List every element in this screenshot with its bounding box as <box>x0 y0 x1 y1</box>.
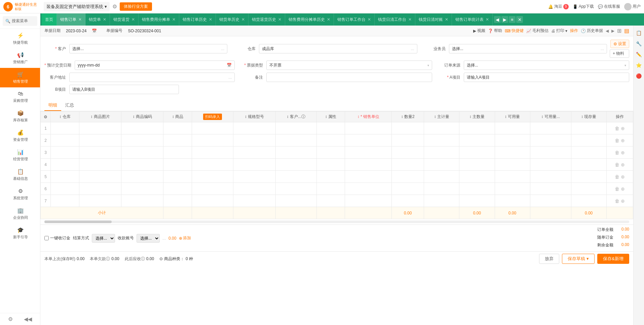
tab-close-icon[interactable]: ✕ <box>103 17 106 22</box>
tab-sales-goods[interactable]: 销货单 ✕ <box>85 13 110 26</box>
list-icon[interactable]: ▤ <box>624 28 629 34</box>
row-main-unit-1[interactable] <box>424 122 459 134</box>
right-panel-icon-1[interactable]: 📋 <box>634 28 644 38</box>
th-attribute[interactable]: ↕ 属性 <box>316 112 345 122</box>
warehouse-input[interactable]: 成品库 ... <box>259 44 417 53</box>
grid-icon[interactable]: ⊞ <box>617 28 621 34</box>
app-download-item[interactable]: 📱 App下载 <box>573 4 594 9</box>
sidebar-item-finance[interactable]: 💰 资金管理 <box>0 126 40 146</box>
collapse-icon[interactable]: ◀◀ <box>24 316 32 322</box>
industry-button[interactable]: 体验行业方案 <box>120 2 152 11</box>
right-panel-icon-5[interactable]: 🔴 <box>634 71 644 81</box>
tab-sales-return[interactable]: 销货退货 ✕ <box>110 13 139 26</box>
nav-next-icon[interactable]: ▶ <box>611 29 614 33</box>
tab-sales-order-history[interactable]: 销售订单历史 ✕ <box>179 13 216 26</box>
delete-icon[interactable]: 🗑 <box>615 198 619 204</box>
right-panel-icon-2[interactable]: 🔧 <box>634 39 644 48</box>
notes-input[interactable] <box>266 73 432 82</box>
tab-close-icon[interactable]: ✕ <box>278 17 281 22</box>
tab-close-icon[interactable]: ✕ <box>241 17 245 22</box>
th-unit[interactable]: ↕ * 销售单位 <box>345 112 392 122</box>
row-spec-1[interactable] <box>233 122 275 134</box>
delivery-date-input[interactable]: yyyy-mm-dd 📅 <box>75 60 235 70</box>
copy-icon[interactable]: ⊕ <box>621 162 625 167</box>
tab-close-icon[interactable]: ✕ <box>209 17 212 22</box>
tab-prev-button[interactable]: ◀ <box>494 16 501 23</box>
tab-daily-workbench[interactable]: 钱货日清工作台 ✕ <box>375 13 415 26</box>
row-available2-1[interactable] <box>530 122 571 134</box>
delete-icon[interactable]: 🗑 <box>615 150 619 155</box>
save-new-button[interactable]: 保存&新增 <box>597 254 629 264</box>
operations-action[interactable]: 操作 <box>570 28 578 34</box>
copy-icon[interactable]: ⊕ <box>621 138 625 143</box>
sidebar-item-enterprise[interactable]: 🏢 企业协同 <box>0 204 40 224</box>
profit-action[interactable]: 📈 毛利预估 <box>526 28 548 34</box>
tab-close-icon[interactable]: ✕ <box>131 17 135 22</box>
tab-order-workbench[interactable]: 销售订单工作台 ✕ <box>334 13 375 26</box>
th-scan[interactable]: 扫码录入 <box>192 112 233 122</box>
settings-button[interactable]: ⚙ 设置 <box>610 40 629 48</box>
row-attr-1[interactable] <box>316 122 345 134</box>
sidebar-item-system[interactable]: ⚙ 系统管理 <box>0 185 40 204</box>
sub-tab-detail[interactable]: 明细 <box>44 100 61 111</box>
th-available[interactable]: ↕ 可用量 <box>495 112 530 122</box>
th-warehouse[interactable]: ↕ 仓库 <box>51 112 79 122</box>
th-qty2[interactable]: ↕ 数量2 <box>392 112 424 122</box>
one-click-checkbox-label[interactable]: 一键收订金 <box>44 235 70 241</box>
sub-tab-summary[interactable]: 汇总 <box>61 100 78 111</box>
customer-address-input[interactable]: ... <box>69 73 235 82</box>
delete-icon[interactable]: 🗑 <box>615 138 619 143</box>
customer-input[interactable]: 选择... ... <box>69 44 227 53</box>
tab-sales-expense[interactable]: 销售费用分摊单 ✕ <box>139 13 179 26</box>
tab-close-icon[interactable]: ✕ <box>327 17 330 22</box>
tab-daily-reconcile[interactable]: 钱货日清对账 ✕ <box>415 13 452 26</box>
row-product-1[interactable] <box>163 122 192 134</box>
tab-return-history[interactable]: 销货退货历史 ✕ <box>249 13 285 26</box>
delete-icon[interactable]: 🗑 <box>615 126 619 131</box>
sidebar-item-purchase[interactable]: 🛍 采购管理 <box>0 87 40 107</box>
right-panel-icon-4[interactable]: ⭐ <box>634 60 644 70</box>
salesperson-input[interactable]: 选择... ... <box>449 44 607 53</box>
row-stock-1[interactable] <box>571 122 606 134</box>
one-click-checkbox[interactable] <box>44 236 49 240</box>
user-item[interactable]: 用户 <box>624 3 641 10</box>
print-action[interactable]: 🖨 打印 ▾ <box>551 28 567 34</box>
row-customer-code-1[interactable] <box>275 122 316 134</box>
row-available-1[interactable] <box>495 122 530 134</box>
delete-icon[interactable]: 🗑 <box>615 186 619 192</box>
th-product-code[interactable]: ↕ 商品编码 <box>121 112 163 122</box>
tab-home[interactable]: 首页 <box>42 13 57 26</box>
tab-next-button[interactable]: ▶ <box>501 16 508 23</box>
tab-close-icon[interactable]: ✕ <box>172 17 176 22</box>
copy-icon[interactable]: ⊕ <box>621 126 625 131</box>
a-project-input[interactable]: 请输入A项目 <box>464 73 629 82</box>
tab-close-icon[interactable]: ✕ <box>408 17 412 22</box>
system-title[interactable]: 装备及固定资产辅助管理系统 ▾ <box>44 2 110 11</box>
row-main-qty-1[interactable] <box>459 122 495 134</box>
sidebar-item-sales[interactable]: 🛒 销售管理 <box>0 68 40 87</box>
row-qty2-1[interactable] <box>392 122 424 134</box>
th-available2[interactable]: ↕ 可用量... <box>530 112 571 122</box>
receipt-select[interactable]: 选择... <box>137 234 160 243</box>
calendar-icon[interactable]: 📅 <box>92 29 97 33</box>
online-service-item[interactable]: 💬 在线客服 <box>598 4 620 9</box>
tab-sales-order[interactable]: 销售订单 ✕ <box>57 13 85 26</box>
table-scrollbar[interactable] <box>44 220 629 223</box>
nav-prev-icon[interactable]: ◀ <box>606 29 609 33</box>
history-action[interactable]: 🕐 历史单据 <box>581 28 603 34</box>
sidebar-item-inventory[interactable]: 📦 库存核算 <box>0 107 40 126</box>
sidebar-item-new-guide[interactable]: 🎓 新手引导 <box>0 224 40 243</box>
copy-icon[interactable]: ⊕ <box>621 198 625 204</box>
row-unit-1[interactable] <box>345 122 392 134</box>
settings-icon[interactable]: ⚙ <box>112 3 117 10</box>
add-button[interactable]: ⊕ 添加 <box>179 235 191 241</box>
help-action[interactable]: ❓ 帮助 <box>488 28 502 34</box>
th-settings[interactable]: ⚙ <box>41 112 51 122</box>
copy-icon[interactable]: ⊕ <box>621 150 625 155</box>
discard-button[interactable]: 放弃 <box>539 254 559 264</box>
notification-item[interactable]: 🔔 淘豆 9 <box>548 4 569 9</box>
settings-bottom-icon[interactable]: ⚙ <box>8 316 13 322</box>
scan-button[interactable]: 扫码录入 <box>203 114 222 120</box>
search-menu-button[interactable]: 🔍 搜索菜单 <box>3 16 37 26</box>
th-current-stock[interactable]: ↕ 现存量 <box>571 112 606 122</box>
